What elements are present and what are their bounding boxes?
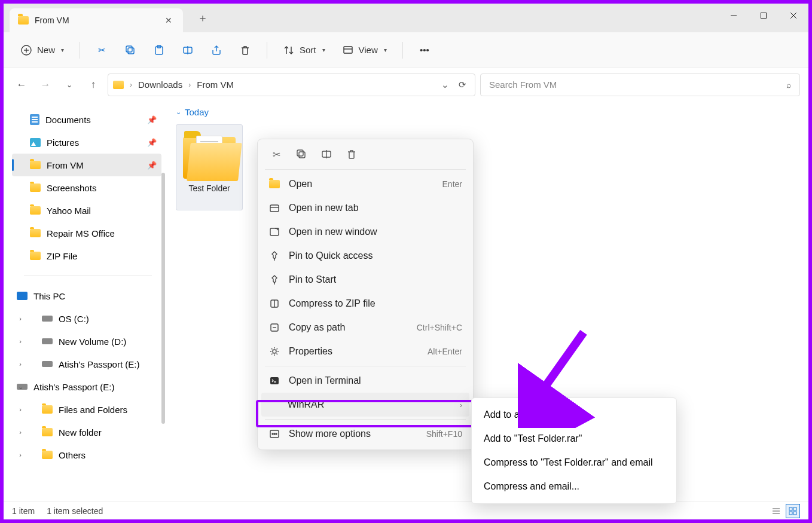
disk-icon [42,361,53,367]
chevron-right-icon: › [126,81,136,89]
share-button[interactable] [204,41,228,60]
properties-icon [268,345,280,357]
close-tab-icon[interactable]: ✕ [163,13,175,27]
minimize-button[interactable] [719,4,749,27]
chevron-right-icon[interactable]: › [16,338,25,345]
sort-icon [283,44,295,56]
crumb-downloads[interactable]: Downloads [138,79,182,90]
sidebar-item-drive-c[interactable]: ›OS (C:) [12,307,161,330]
tab-from-vm[interactable]: From VM ✕ [10,8,183,32]
folder-icon [42,451,53,459]
sidebar-item-others[interactable]: ›Others [12,444,161,466]
sidebar: Documents📌 Pictures📌 From VM📌 Screenshot… [4,101,165,501]
disk-icon [42,338,53,344]
details-view-toggle[interactable] [769,504,783,518]
forward-button[interactable]: → [36,75,55,94]
context-menu: ✂ OpenEnter Open in new tab Open in new … [257,139,474,450]
chevron-right-icon[interactable]: › [16,451,25,458]
zip-icon [268,298,280,310]
menu-copy-path[interactable]: Copy as pathCtrl+Shift+C [261,316,469,340]
history-dropdown[interactable]: ⌄ [438,79,453,90]
chevron-down-icon: ⌄ [176,108,181,116]
sidebar-item-drive-d[interactable]: ›New Volume (D:) [12,330,161,353]
delete-button[interactable] [233,41,257,60]
menu-terminal[interactable]: Open in Terminal [261,369,469,393]
chevron-right-icon[interactable]: › [16,406,25,413]
search-input[interactable] [489,79,786,90]
rename-button[interactable] [176,41,200,60]
svg-rect-21 [789,512,792,515]
view-button[interactable]: View ▾ [336,41,393,60]
cut-icon: ✂ [96,44,108,56]
pin-icon: 📌 [147,115,157,124]
pin-icon: 📌 [147,161,157,170]
file-item-test-folder[interactable]: Test Folder [176,124,243,210]
crumb-from-vm[interactable]: From VM [197,79,234,90]
search-box[interactable]: ⌕ [480,74,800,96]
new-button[interactable]: New ▾ [14,41,70,60]
sidebar-item-new-folder[interactable]: ›New folder [12,421,161,444]
chevron-right-icon[interactable]: › [16,315,25,322]
svg-point-34 [273,350,276,353]
svg-rect-19 [789,507,792,510]
thumbnails-view-toggle[interactable] [786,504,800,518]
sidebar-item-this-pc[interactable]: ⌄This PC [12,285,161,307]
menu-show-more[interactable]: Show more optionsShift+F10 [261,422,469,446]
submenu-add-named[interactable]: Add to "Test Folder.rar" [472,427,676,451]
plus-circle-icon [20,44,32,56]
sidebar-item-zip-file[interactable]: ZIP File [12,244,161,267]
view-label: View [359,45,378,55]
chevron-right-icon[interactable]: › [16,429,25,436]
sort-button[interactable]: Sort ▾ [277,41,331,60]
sidebar-item-repair-office[interactable]: Repair MS Office [12,222,161,244]
sidebar-item-passport[interactable]: ⌄Atish's Passport (E:) [12,375,161,398]
submenu-compress-and-email[interactable]: Compress and email... [472,475,676,498]
copy-icon[interactable] [295,148,308,161]
menu-pin-quick[interactable]: Pin to Quick access [261,244,469,268]
close-window-button[interactable] [779,4,808,27]
pin-icon: 📌 [147,138,157,147]
new-label: New [37,45,55,55]
menu-pin-start[interactable]: Pin to Start [261,268,469,292]
sidebar-item-screenshots[interactable]: Screenshots [12,176,161,199]
chevron-down-icon[interactable]: ⌄ [16,383,25,391]
paste-button[interactable] [147,41,171,60]
folder-icon [30,252,41,260]
menu-winrar[interactable]: WinRAR› [261,393,469,417]
trash-icon[interactable] [345,148,358,161]
cut-icon[interactable]: ✂ [270,148,283,161]
menu-properties[interactable]: PropertiesAlt+Enter [261,340,469,363]
address-row: ← → ⌄ ↑ › Downloads › From VM ⌄ ⟳ ⌕ [4,68,808,101]
recent-button[interactable]: ⌄ [60,75,79,94]
copy-button[interactable] [118,41,142,60]
sidebar-item-drive-e[interactable]: ›Atish's Passport (E:) [12,353,161,375]
chevron-down-icon: ▾ [61,47,64,53]
cut-button[interactable]: ✂ [90,41,114,60]
chevron-right-icon: › [185,81,194,89]
up-button[interactable]: ↑ [84,75,103,94]
sidebar-item-yahoo-mail[interactable]: Yahoo Mail [12,199,161,222]
refresh-button[interactable]: ⟳ [455,79,470,90]
tab-icon [268,202,280,214]
maximize-button[interactable] [749,4,779,27]
back-button[interactable]: ← [12,75,31,94]
sidebar-item-files-folders[interactable]: ›Files and Folders [12,398,161,421]
menu-open[interactable]: OpenEnter [261,172,469,196]
menu-open-tab[interactable]: Open in new tab [261,196,469,220]
svg-rect-7 [128,48,134,54]
menu-compress-zip[interactable]: Compress to ZIP file [261,292,469,316]
more-button[interactable]: ••• [413,41,436,60]
window-icon [268,226,280,238]
sidebar-item-from-vm[interactable]: From VM📌 [12,154,161,176]
chevron-right-icon: › [460,400,462,409]
breadcrumb[interactable]: › Downloads › From VM ⌄ ⟳ [108,74,475,96]
group-header-today[interactable]: ⌄ Today [176,107,798,117]
new-tab-button[interactable]: ＋ [191,11,214,25]
sidebar-item-documents[interactable]: Documents📌 [12,108,161,131]
chevron-right-icon[interactable]: › [16,360,25,368]
tab-title: From VM [35,16,157,25]
rename-icon[interactable] [320,148,333,161]
sidebar-item-pictures[interactable]: Pictures📌 [12,131,161,154]
submenu-compress-email[interactable]: Compress to "Test Folder.rar" and email [472,451,676,475]
menu-open-window[interactable]: Open in new window [261,220,469,244]
